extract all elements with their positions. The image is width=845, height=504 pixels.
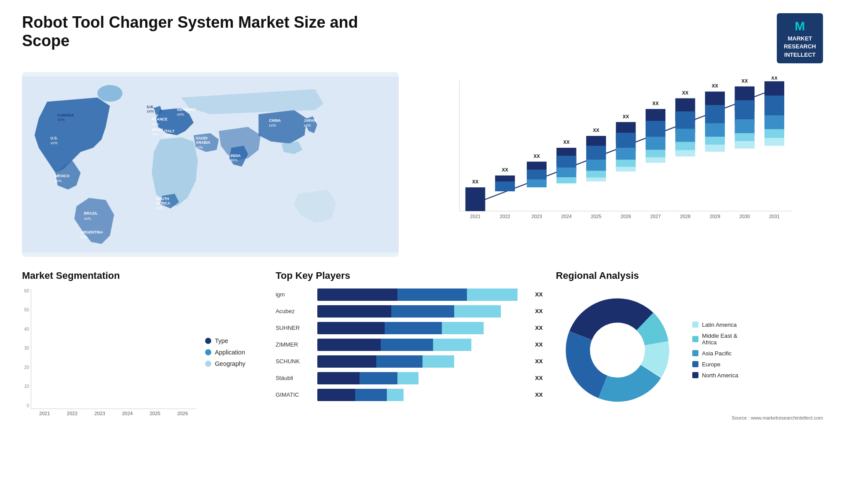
svg-text:XX: XX (472, 179, 479, 184)
player-bar-igm (317, 289, 528, 301)
svg-text:XX: XX (742, 78, 748, 84)
svg-text:xx%: xx% (304, 123, 311, 128)
svg-text:xx%: xx% (152, 132, 159, 136)
svg-text:GERMANY: GERMANY (177, 107, 196, 112)
svg-rect-65 (616, 148, 636, 161)
player-name-suhner: SUHNER (276, 325, 313, 331)
player-row-staubli: Stäubli XX (276, 372, 543, 384)
segmentation-section: Market Segmentation 60 50 40 30 20 10 0 (22, 270, 262, 420)
page-header: Robot Tool Changer System Market Size an… (22, 13, 823, 63)
legend-geography: Geography (205, 360, 262, 367)
legend-europe-label: Europe (702, 361, 720, 368)
svg-point-111 (591, 324, 644, 376)
seg-y-20: 20 (22, 365, 29, 370)
svg-text:XX: XX (712, 83, 718, 88)
svg-rect-73 (646, 150, 665, 158)
legend-geography-label: Geography (215, 360, 245, 367)
svg-text:FRANCE: FRANCE (152, 117, 168, 121)
svg-text:SPAIN: SPAIN (152, 128, 163, 132)
seg-y-10: 10 (22, 384, 29, 389)
page-title: Robot Tool Changer System Market Size an… (22, 13, 374, 50)
regional-title: Regional Analysis (556, 270, 823, 281)
svg-point-1 (97, 85, 122, 102)
svg-rect-52 (557, 168, 577, 178)
svg-text:U.S.: U.S. (51, 136, 58, 140)
legend-type: Type (205, 337, 262, 344)
svg-text:AFRICA: AFRICA (156, 201, 170, 205)
svg-rect-81 (676, 150, 695, 156)
svg-text:xx%: xx% (152, 121, 159, 126)
svg-text:2021: 2021 (470, 214, 481, 219)
legend-application-label: Application (215, 349, 245, 356)
seg-y-50: 50 (22, 307, 29, 312)
svg-text:XX: XX (682, 90, 689, 95)
svg-text:SOUTH: SOUTH (156, 197, 169, 201)
svg-text:xx%: xx% (55, 179, 62, 183)
donut-chart (556, 289, 679, 412)
seg-x-2026: 2026 (171, 411, 195, 416)
legend-type-dot (205, 338, 211, 344)
svg-rect-59 (586, 171, 606, 178)
player-name-zimmer: ZIMMER (276, 341, 313, 348)
svg-text:XX: XX (771, 77, 778, 80)
seg-x-2023: 2023 (88, 411, 112, 416)
player-bar-gimatic (317, 389, 528, 401)
seg-y-60: 60 (22, 289, 29, 293)
seg-x-2021: 2021 (33, 411, 57, 416)
legend-application: Application (205, 349, 262, 356)
svg-rect-47 (527, 179, 547, 187)
svg-text:xx%: xx% (164, 133, 172, 138)
player-value-zimmer: XX (535, 341, 543, 348)
svg-text:XX: XX (652, 101, 659, 106)
svg-text:xx%: xx% (58, 117, 65, 122)
player-name-schunk: SCHUNK (276, 358, 313, 365)
players-list: igm XX Acubez (276, 289, 543, 401)
seg-y-axis: 60 50 40 30 20 10 0 (22, 289, 31, 416)
seg-legend: Type Application Geography (205, 289, 262, 416)
player-value-schunk: XX (535, 358, 543, 365)
players-section: Top Key Players igm XX Acubez (276, 270, 543, 420)
svg-text:2031: 2031 (769, 214, 780, 219)
player-value-suhner: XX (535, 325, 543, 331)
svg-text:XX: XX (563, 139, 570, 145)
logo-area: M MARKET RESEARCH INTELLECT (777, 13, 823, 63)
svg-rect-79 (676, 129, 695, 144)
legend-type-label: Type (215, 337, 228, 344)
legend-application-dot (205, 349, 211, 355)
logo-line2: RESEARCH (784, 43, 816, 51)
svg-rect-53 (557, 177, 577, 183)
svg-text:2030: 2030 (739, 214, 750, 219)
legend-middle-east: Middle East &Africa (692, 332, 738, 346)
svg-rect-102 (764, 138, 784, 146)
seg-y-0: 0 (22, 403, 29, 408)
seg-y-40: 40 (22, 327, 29, 332)
svg-text:2022: 2022 (500, 214, 511, 219)
player-bar-acubez (317, 305, 528, 318)
legend-middle-east-color (692, 336, 698, 342)
bottom-row: Market Segmentation 60 50 40 30 20 10 0 (22, 270, 823, 420)
bar-chart-section: XX 2021 XX 2022 XX 2023 XX 2024 (412, 72, 823, 257)
svg-text:2027: 2027 (650, 214, 661, 219)
legend-latin-america: Latin America (692, 321, 738, 328)
logo-letter: M (784, 18, 816, 35)
svg-rect-80 (676, 142, 695, 151)
player-value-igm: XX (535, 291, 543, 298)
player-bar-suhner (317, 322, 528, 334)
svg-text:ARABIA: ARABIA (196, 140, 210, 145)
svg-rect-66 (616, 160, 636, 168)
player-row-zimmer: ZIMMER XX (276, 339, 543, 351)
svg-rect-60 (586, 177, 606, 181)
svg-text:XX: XX (502, 167, 508, 172)
logo-line3: INTELLECT (784, 51, 816, 59)
svg-text:CHINA: CHINA (269, 118, 281, 123)
logo-line1: MARKET (784, 35, 816, 43)
regional-section: Regional Analysis (556, 270, 823, 420)
donut-container: Latin America Middle East &Africa Asia P… (556, 289, 823, 412)
legend-asia-pacific: Asia Pacific (692, 350, 738, 357)
seg-x-labels: 2021 2022 2023 2024 2025 2026 (31, 409, 196, 416)
player-bar-zimmer (317, 339, 528, 351)
svg-text:xx%: xx% (84, 216, 92, 220)
svg-text:2028: 2028 (680, 214, 691, 219)
svg-text:xx%: xx% (81, 235, 88, 239)
svg-text:SAUDI: SAUDI (196, 136, 208, 140)
